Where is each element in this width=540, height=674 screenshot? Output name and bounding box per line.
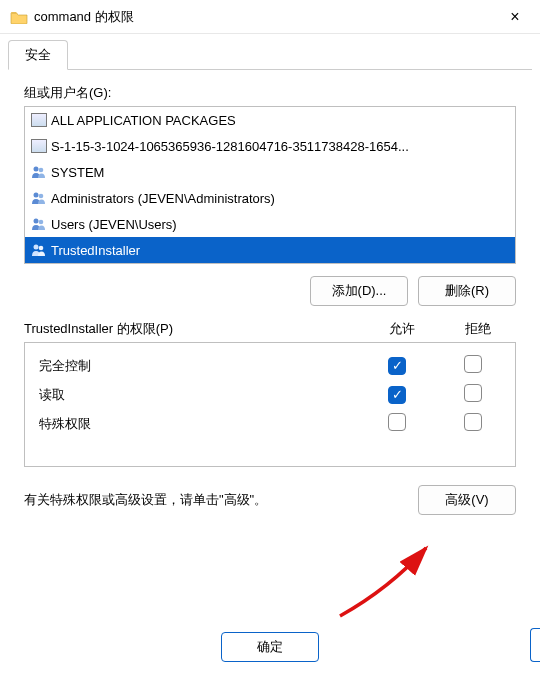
svg-point-7	[39, 246, 44, 251]
svg-point-3	[39, 194, 44, 199]
users-icon	[31, 191, 47, 205]
list-item-label: ALL APPLICATION PACKAGES	[51, 113, 236, 128]
partial-button[interactable]	[530, 628, 540, 662]
deny-checkbox[interactable]	[464, 355, 482, 373]
remove-button[interactable]: 删除(R)	[418, 276, 516, 306]
allow-checkbox[interactable]	[388, 413, 406, 431]
svg-point-4	[34, 219, 39, 224]
titlebar: command 的权限 ×	[0, 0, 540, 34]
svg-point-6	[34, 245, 39, 250]
permissions-header: TrustedInstaller 的权限(P) 允许 拒绝	[24, 320, 516, 338]
permission-label: 特殊权限	[39, 415, 359, 433]
add-button[interactable]: 添加(D)...	[310, 276, 408, 306]
users-icon	[31, 165, 47, 179]
ok-button[interactable]: 确定	[221, 632, 319, 662]
list-item-label: SYSTEM	[51, 165, 104, 180]
svg-point-5	[39, 220, 44, 225]
svg-point-1	[39, 168, 44, 173]
list-item[interactable]: ALL APPLICATION PACKAGES	[25, 107, 515, 133]
permissions-box: 完全控制读取特殊权限	[24, 342, 516, 467]
advanced-button[interactable]: 高级(V)	[418, 485, 516, 515]
allow-checkbox[interactable]	[388, 357, 406, 375]
list-item[interactable]: SYSTEM	[25, 159, 515, 185]
groups-label: 组或用户名(G):	[24, 84, 516, 102]
tab-strip: 安全	[8, 40, 532, 70]
allow-column-header: 允许	[364, 320, 440, 338]
list-item[interactable]: Users (JEVEN\Users)	[25, 211, 515, 237]
close-button[interactable]: ×	[500, 2, 530, 32]
list-item-label: Users (JEVEN\Users)	[51, 217, 177, 232]
list-item-label: Administrators (JEVEN\Administrators)	[51, 191, 275, 206]
list-item-label: S-1-15-3-1024-1065365936-1281604716-3511…	[51, 139, 409, 154]
permissions-title: TrustedInstaller 的权限(P)	[24, 320, 364, 338]
close-icon: ×	[510, 8, 519, 26]
tab-security[interactable]: 安全	[8, 40, 68, 70]
deny-column-header: 拒绝	[440, 320, 516, 338]
list-item[interactable]: S-1-15-3-1024-1065365936-1281604716-3511…	[25, 133, 515, 159]
permission-label: 读取	[39, 386, 359, 404]
permission-row: 读取	[25, 380, 515, 409]
window-title: command 的权限	[34, 8, 500, 26]
list-item[interactable]: TrustedInstaller	[25, 237, 515, 263]
list-item-label: TrustedInstaller	[51, 243, 140, 258]
tab-panel: 组或用户名(G): ALL APPLICATION PACKAGESS-1-15…	[8, 69, 532, 523]
package-icon	[31, 139, 47, 153]
advanced-hint: 有关特殊权限或高级设置，请单击"高级"。	[24, 491, 410, 509]
permission-label: 完全控制	[39, 357, 359, 375]
package-icon	[31, 113, 47, 127]
svg-point-0	[34, 167, 39, 172]
permission-row: 完全控制	[25, 351, 515, 380]
dialog-footer: 确定	[0, 626, 540, 668]
users-icon	[31, 217, 47, 231]
svg-point-2	[34, 193, 39, 198]
deny-checkbox[interactable]	[464, 413, 482, 431]
list-item[interactable]: Administrators (JEVEN\Administrators)	[25, 185, 515, 211]
users-icon	[31, 243, 47, 257]
folder-icon	[10, 10, 28, 24]
permission-row: 特殊权限	[25, 409, 515, 438]
annotation-arrow-icon	[330, 538, 450, 618]
groups-listbox[interactable]: ALL APPLICATION PACKAGESS-1-15-3-1024-10…	[24, 106, 516, 264]
deny-checkbox[interactable]	[464, 384, 482, 402]
allow-checkbox[interactable]	[388, 386, 406, 404]
